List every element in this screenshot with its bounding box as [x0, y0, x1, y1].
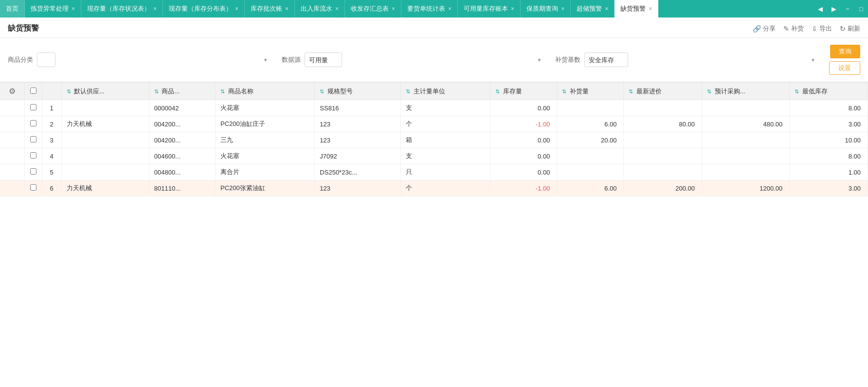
tab-next-btn[interactable]: ▶ — [827, 0, 841, 18]
category-label: 商品分类 — [8, 55, 33, 64]
tab-collect-total[interactable]: 收发存汇总表 × — [345, 0, 401, 18]
column-settings-icon[interactable]: ⚙ — [9, 87, 16, 96]
table-row: 1 0000042 火花塞 SS816 支 0.00 8.00 — [0, 100, 868, 116]
td-unit-4: 只 — [401, 164, 490, 180]
tab-close-shortage[interactable]: × — [649, 5, 652, 12]
share-btn[interactable]: 🔗 分享 — [753, 24, 776, 33]
row-checkbox-0[interactable] — [30, 104, 36, 110]
tab-inventory-status[interactable]: 现存量（库存状况表） × — [81, 0, 163, 18]
tab-close-order-stats[interactable]: × — [448, 5, 452, 12]
table-container: ⚙ ⇅ 默认供应... ⇅ 商品... ⇅ — [0, 82, 868, 196]
th-latest-price[interactable]: ⇅ 最新进价 — [624, 83, 702, 100]
query-button[interactable]: 查询 — [830, 45, 860, 58]
tab-close-exception[interactable]: × — [72, 5, 75, 12]
th-supplier[interactable]: ⇅ 默认供应... — [61, 83, 149, 100]
th-product-code[interactable]: ⇅ 商品... — [149, 83, 215, 100]
td-spec-1: 123 — [315, 116, 401, 132]
th-forecast-purchase[interactable]: ⇅ 预计采购... — [702, 83, 790, 100]
tab-close-batch-account[interactable]: × — [285, 5, 289, 12]
td-replenish-4 — [557, 164, 624, 180]
td-check-4[interactable] — [24, 164, 42, 180]
td-check-5[interactable] — [24, 180, 42, 196]
td-supplier-2 — [61, 132, 149, 148]
td-seq-0: 1 — [42, 100, 61, 116]
td-check-3[interactable] — [24, 148, 42, 164]
td-supplier-0 — [61, 100, 149, 116]
td-supplier-5: 力天机械 — [61, 180, 149, 196]
refresh-btn[interactable]: ↻ 刷新 — [840, 24, 860, 33]
row-checkbox-5[interactable] — [30, 184, 36, 191]
tab-shortage[interactable]: 缺货预警 × — [615, 0, 658, 18]
min-stock-sort-icon: ⇅ — [795, 88, 799, 94]
tab-batch-account[interactable]: 库存批次账 × — [245, 0, 295, 18]
th-replenish[interactable]: ⇅ 补货量 — [557, 83, 624, 100]
tab-exception[interactable]: 拣货异常处理 × — [25, 0, 81, 18]
datasource-select[interactable]: 可用量 — [305, 53, 342, 67]
td-min-stock-3: 8.00 — [790, 148, 868, 164]
th-spec[interactable]: ⇅ 规格型号 — [315, 83, 401, 100]
td-product-name-4: 离合片 — [216, 164, 315, 180]
tab-maximize-btn[interactable]: □ — [854, 0, 868, 18]
replenish-base-select[interactable]: 安全库存 — [584, 53, 628, 67]
header-actions: 🔗 分享 ✎ 补货 ⇩ 导出 ↻ 刷新 — [753, 24, 860, 33]
td-settings-3 — [0, 148, 24, 164]
td-product-code-4: 004800... — [149, 164, 215, 180]
td-product-name-1: PC200油缸庄子 — [216, 116, 315, 132]
td-check-0[interactable] — [24, 100, 42, 116]
datasource-filter-group: 数据源 可用量 — [282, 53, 546, 67]
settings-button[interactable]: 设置 — [829, 61, 860, 75]
tab-close-expiry-query[interactable]: × — [561, 5, 564, 12]
tab-close-inventory-dist[interactable]: × — [235, 5, 238, 12]
td-product-code-1: 004200... — [149, 116, 215, 132]
category-select-wrapper — [37, 53, 272, 67]
tab-prev-btn[interactable]: ◀ — [814, 0, 827, 18]
td-seq-1: 2 — [42, 116, 61, 132]
td-settings-2 — [0, 132, 24, 148]
td-min-stock-2: 10.00 — [790, 132, 868, 148]
td-replenish-1: 6.00 — [557, 116, 624, 132]
supplier-sort-icon: ⇅ — [67, 88, 71, 94]
tab-close-available-ledger[interactable]: × — [511, 5, 514, 12]
td-forecast-purchase-2 — [702, 132, 790, 148]
export-btn[interactable]: ⇩ 导出 — [812, 24, 832, 33]
tab-close-collect-total[interactable]: × — [392, 5, 395, 12]
th-stock[interactable]: ⇅ 库存量 — [490, 83, 557, 100]
td-product-code-3: 004600... — [149, 148, 215, 164]
tab-overstock[interactable]: 超储预警 × — [571, 0, 615, 18]
tab-inventory-dist[interactable]: 现存量（库存分布表） × — [163, 0, 245, 18]
tab-expiry-query[interactable]: 保质期查询 × — [521, 0, 571, 18]
td-check-2[interactable] — [24, 132, 42, 148]
category-select[interactable] — [37, 53, 55, 67]
td-min-stock-4: 1.00 — [790, 164, 868, 180]
td-spec-4: DS250*23c... — [315, 164, 401, 180]
td-product-code-5: 801110... — [149, 180, 215, 196]
row-checkbox-1[interactable] — [30, 120, 36, 126]
th-min-stock[interactable]: ⇅ 最低库存 — [790, 83, 868, 100]
replenish-btn[interactable]: ✎ 补货 — [783, 24, 804, 33]
th-unit[interactable]: ⇅ 主计量单位 — [401, 83, 490, 100]
tab-close-inout-flow[interactable]: × — [335, 5, 339, 12]
tab-order-stats[interactable]: 要货单统计表 × — [401, 0, 458, 18]
th-seq — [42, 83, 61, 100]
tab-inout-flow[interactable]: 出入库流水 × — [295, 0, 345, 18]
row-checkbox-3[interactable] — [30, 152, 36, 158]
tab-available-ledger[interactable]: 可用量库存账本 × — [458, 0, 521, 18]
td-seq-2: 3 — [42, 132, 61, 148]
td-spec-0: SS816 — [315, 100, 401, 116]
td-product-code-2: 004200... — [149, 132, 215, 148]
td-forecast-purchase-1: 480.00 — [702, 116, 790, 132]
tab-minimize-btn[interactable]: − — [841, 0, 854, 18]
replenish-base-label: 补货基数 — [555, 55, 580, 64]
th-product-name[interactable]: ⇅ 商品名称 — [216, 83, 315, 100]
td-settings-1 — [0, 116, 24, 132]
main-content: 缺货预警 🔗 分享 ✎ 补货 ⇩ 导出 ↻ 刷新 商品分类 — [0, 18, 868, 387]
tab-close-overstock[interactable]: × — [605, 5, 608, 12]
td-settings-4 — [0, 164, 24, 180]
tab-close-inventory-status[interactable]: × — [153, 5, 157, 12]
tab-bar: 首页 拣货异常处理 × 现存量（库存状况表） × 现存量（库存分布表） × 库存… — [0, 0, 868, 18]
row-checkbox-2[interactable] — [30, 136, 36, 142]
select-all-checkbox[interactable] — [30, 88, 36, 94]
tab-home[interactable]: 首页 — [0, 0, 25, 18]
td-check-1[interactable] — [24, 116, 42, 132]
row-checkbox-4[interactable] — [30, 168, 36, 175]
